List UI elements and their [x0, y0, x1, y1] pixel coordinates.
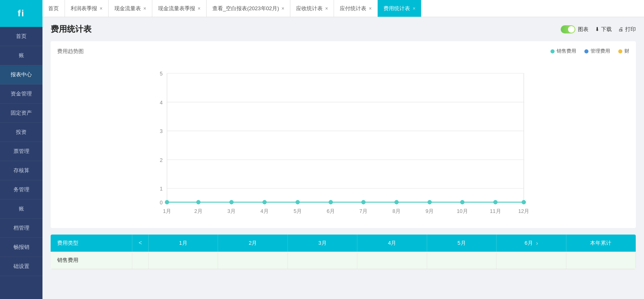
legend-finance-label: 财 [624, 48, 629, 55]
sidebar-item-fund-mgmt[interactable]: 资金管理 [0, 84, 42, 104]
tab-cashflow-quarterly-label: 现金流量表季报 [158, 5, 195, 12]
tab-expense-stats-close[interactable]: × [412, 6, 415, 11]
svg-text:2月: 2月 [194, 208, 203, 214]
download-icon: ⬇ [595, 26, 599, 32]
tab-payable[interactable]: 应付统计表 × [334, 0, 378, 17]
sidebar-item-service-mgmt[interactable]: 务管理 [0, 180, 42, 199]
col-m5: 5月 [427, 235, 497, 252]
sidebar-item-basic-settings[interactable]: 础设置 [0, 257, 42, 276]
sidebar: fi 首页 账 报表中心 资金管理 固定资产 投资 票管理 存核算 务管理 账 … [0, 0, 42, 299]
tab-receivable[interactable]: 应收统计表 × [290, 0, 334, 17]
col-m2: 2月 [218, 235, 287, 252]
download-button[interactable]: ⬇ 下载 [595, 26, 612, 33]
tab-receivable-close[interactable]: × [325, 6, 328, 11]
header-actions: 图表 ⬇ 下载 🖨 打印 [561, 25, 636, 33]
chart-title: 费用趋势图 [57, 48, 84, 55]
svg-text:1月: 1月 [163, 208, 171, 214]
chart-point-1 [165, 200, 169, 204]
row-m6 [497, 252, 566, 269]
nav-next-arrow[interactable]: › [536, 240, 538, 246]
chart-svg: 5 4 3 2 1 0 [57, 58, 629, 221]
chart-svg-container: 5 4 3 2 1 0 [57, 58, 629, 221]
svg-text:10月: 10月 [457, 208, 468, 214]
tab-home-label: 首页 [48, 5, 59, 12]
chart-toggle-wrap[interactable]: 图表 [561, 25, 588, 33]
svg-text:3: 3 [160, 128, 163, 134]
print-button[interactable]: 🖨 打印 [618, 26, 636, 33]
svg-text:6月: 6月 [327, 208, 335, 214]
svg-text:11月: 11月 [490, 208, 501, 214]
chart-point-9 [428, 200, 432, 204]
svg-text:5月: 5月 [294, 208, 302, 214]
tab-cashflow-quarterly[interactable]: 现金流量表季报 × [152, 0, 207, 17]
svg-text:2: 2 [160, 157, 163, 163]
svg-text:3月: 3月 [227, 208, 236, 214]
legend-admin-label: 管理费用 [591, 48, 610, 55]
tab-home[interactable]: 首页 [42, 0, 65, 17]
row-spacer [132, 252, 149, 269]
data-table: 费用类型 < 1月 2月 3月 4月 5月 6月 › 本年累计 销售费用 [51, 235, 636, 269]
col-m6-label: 6月 [524, 239, 533, 247]
tab-profit-quarterly-close[interactable]: × [100, 6, 103, 11]
print-label: 打印 [625, 26, 636, 33]
row-m5 [427, 252, 497, 269]
chart-point-7 [361, 200, 366, 204]
sidebar-item-account[interactable]: 账 [0, 46, 42, 65]
svg-text:12月: 12月 [518, 208, 529, 214]
row-type: 销售费用 [51, 252, 132, 269]
row-m3 [288, 252, 357, 269]
tab-cashflow-close[interactable]: × [143, 6, 146, 11]
svg-text:9月: 9月 [426, 208, 434, 214]
tab-cashflow-quarterly-close[interactable]: × [198, 6, 201, 11]
chart-toggle-label: 图表 [578, 26, 588, 33]
tab-profit-quarterly[interactable]: 利润表季报 × [65, 0, 109, 17]
legend-sales-dot [550, 49, 555, 53]
sidebar-item-report-center[interactable]: 报表中心 [0, 65, 42, 84]
sidebar-item-home[interactable]: 首页 [0, 27, 42, 46]
tab-payable-close[interactable]: × [369, 6, 372, 11]
chart-point-4 [263, 200, 267, 204]
tab-expense-stats-label: 费用统计表 [383, 5, 410, 12]
sidebar-item-invoice-mgmt[interactable]: 票管理 [0, 142, 42, 161]
sidebar-item-ledger[interactable]: 账 [0, 199, 42, 219]
tab-receivable-label: 应收统计表 [296, 5, 323, 12]
sidebar-item-inventory[interactable]: 存核算 [0, 161, 42, 180]
sidebar-item-file-mgmt[interactable]: 档管理 [0, 219, 42, 238]
page-title: 费用统计表 [51, 24, 91, 35]
tab-blank-report-label: 查看_空白报表(2023年02月) [212, 5, 279, 12]
legend-admin: 管理费用 [584, 48, 610, 55]
legend-sales-label: 销售费用 [557, 48, 576, 55]
main-area: 首页 利润表季报 × 现金流量表 × 现金流量表季报 × 查看_空白报表(202… [42, 0, 644, 299]
table-row: 销售费用 [51, 252, 636, 269]
svg-text:5: 5 [160, 71, 163, 77]
col-type: 费用类型 [51, 235, 132, 252]
tab-expense-stats[interactable]: 费用统计表 × [378, 0, 421, 17]
svg-text:7月: 7月 [359, 208, 368, 214]
sidebar-item-investment[interactable]: 投资 [0, 123, 42, 142]
chart-point-5 [296, 200, 300, 204]
page-header: 费用统计表 图表 ⬇ 下载 🖨 打印 [51, 24, 636, 35]
chart-point-10 [460, 200, 465, 204]
chart-point-2 [196, 200, 201, 204]
tab-profit-quarterly-label: 利润表季报 [71, 5, 97, 12]
tab-blank-report[interactable]: 查看_空白报表(2023年02月) × [207, 0, 290, 17]
tab-cashflow-label: 现金流量表 [114, 5, 141, 12]
content-area: 费用统计表 图表 ⬇ 下载 🖨 打印 费用趋势图 [42, 17, 644, 299]
svg-text:1: 1 [160, 186, 163, 192]
chart-toggle[interactable] [561, 25, 575, 33]
col-m6-nav: 6月 › [497, 235, 566, 252]
legend-admin-dot [584, 49, 588, 53]
chart-point-6 [329, 200, 333, 204]
sidebar-logo: fi [0, 0, 42, 27]
row-m2 [218, 252, 287, 269]
chart-point-12 [521, 200, 526, 204]
tab-cashflow[interactable]: 现金流量表 × [109, 0, 152, 17]
col-type-label: 费用类型 [57, 239, 78, 247]
nav-prev-arrow[interactable]: < [138, 239, 142, 246]
sidebar-item-expense[interactable]: 畅报销 [0, 238, 42, 257]
row-m4 [357, 252, 427, 269]
sidebar-item-fixed-assets[interactable]: 固定资产 [0, 104, 42, 123]
svg-text:4月: 4月 [261, 208, 269, 214]
col-nav-prev[interactable]: < [132, 235, 149, 252]
tab-blank-report-close[interactable]: × [281, 6, 284, 11]
